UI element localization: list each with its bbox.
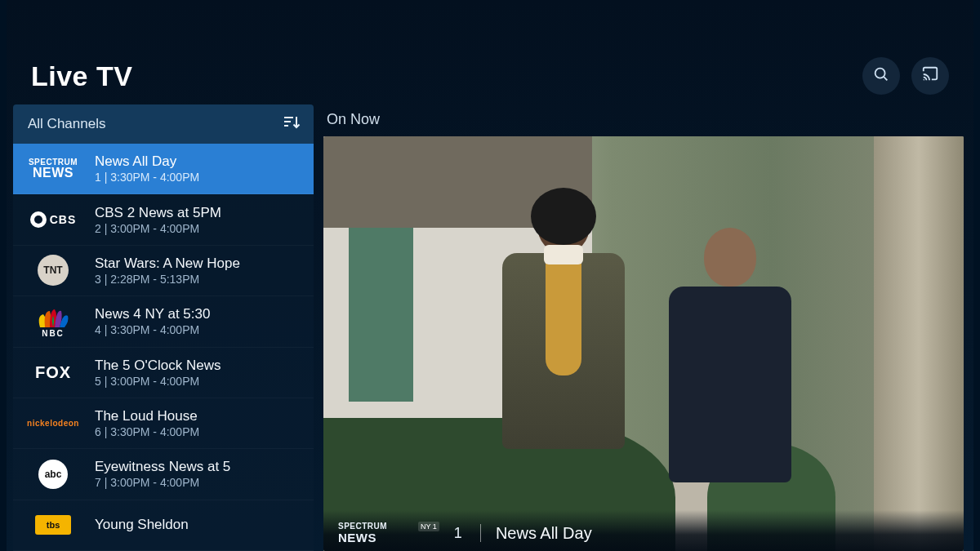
program-meta: 4 | 3:30PM - 4:00PM	[95, 323, 304, 336]
overlay-divider	[480, 524, 481, 542]
on-now-label: On Now	[323, 104, 964, 136]
logo-text: TNT	[38, 255, 69, 286]
channel-info: The 5 O'Clock News 5 | 3:00PM - 4:00PM	[95, 358, 304, 388]
svg-point-0	[875, 69, 885, 78]
channel-item-spectrum-news[interactable]: SPECTRUM NEWS News All Day 1 | 3:30PM - …	[13, 144, 314, 194]
video-player[interactable]: SPECTRUM NEWS NY 1 1 News All Day	[323, 136, 964, 551]
overlay-logo-text: SPECTRUM	[338, 522, 387, 531]
header-actions	[862, 57, 949, 95]
program-meta: 3 | 2:28PM - 5:13PM	[95, 273, 304, 286]
program-title: The 5 O'Clock News	[95, 358, 304, 374]
channel-item-cbs[interactable]: CBS CBS 2 News at 5PM 2 | 3:00PM - 4:00P…	[13, 194, 314, 245]
channel-item-tnt[interactable]: TNT Star Wars: A New Hope 3 | 2:28PM - 5…	[13, 246, 314, 296]
channel-info: The Loud House 6 | 3:30PM - 4:00PM	[95, 408, 304, 438]
channel-item-abc[interactable]: abc Eyewitness News at 5 7 | 3:00PM - 4:…	[13, 449, 314, 500]
cast-button[interactable]	[911, 57, 949, 95]
nbc-logo: NBC	[21, 304, 85, 339]
abc-logo: abc	[21, 457, 85, 491]
program-meta: 7 | 3:00PM - 4:00PM	[95, 476, 304, 489]
channel-info: CBS 2 News at 5PM 2 | 3:00PM - 4:00PM	[95, 205, 304, 235]
svg-point-2	[924, 79, 924, 80]
channel-item-nbc[interactable]: NBC News 4 NY at 5:30 4 | 3:30PM - 4:00P…	[13, 296, 314, 347]
program-meta: 5 | 3:00PM - 4:00PM	[95, 375, 304, 388]
nickelodeon-logo: nickelodeon	[21, 407, 85, 441]
program-title: Young Sheldon	[95, 517, 304, 533]
overlay-program-title: News All Day	[496, 524, 592, 543]
program-title: Eyewitness News at 5	[95, 459, 304, 475]
channel-item-tbs[interactable]: tbs Young Sheldon	[13, 500, 314, 551]
channel-item-fox[interactable]: FOX The 5 O'Clock News 5 | 3:00PM - 4:00…	[13, 348, 314, 398]
sort-icon	[281, 113, 301, 136]
nbc-peacock-icon	[35, 305, 71, 331]
overlay-region-badge: NY 1	[418, 522, 439, 531]
video-frame	[323, 136, 964, 551]
fox-logo: FOX	[21, 355, 85, 389]
program-title: The Loud House	[95, 408, 304, 424]
channel-info: News All Day 1 | 3:30PM - 4:00PM	[95, 153, 304, 184]
overlay-logo: SPECTRUM NEWS NY 1	[338, 522, 439, 544]
program-title: Star Wars: A New Hope	[95, 256, 304, 272]
channel-info: Eyewitness News at 5 7 | 3:00PM - 4:00PM	[95, 459, 304, 489]
channel-info: News 4 NY at 5:30 4 | 3:30PM - 4:00PM	[95, 306, 304, 336]
channel-info: Young Sheldon	[95, 517, 304, 534]
logo-text: CBS	[50, 214, 77, 225]
program-meta: 6 | 3:30PM - 4:00PM	[95, 425, 304, 438]
overlay-logo-text: NEWS	[338, 531, 376, 544]
app-root: Live TV All C	[7, 0, 973, 551]
logo-text: NEWS	[33, 167, 74, 180]
channel-sidebar: All Channels SPECTRUM NEWS	[13, 104, 314, 551]
header: Live TV	[7, 0, 973, 104]
main-panel: On Now	[314, 104, 973, 551]
cast-icon	[921, 65, 939, 87]
svg-line-1	[884, 77, 887, 80]
channel-filter[interactable]: All Channels	[13, 104, 314, 144]
logo-text: NBC	[42, 330, 65, 338]
program-title: CBS 2 News at 5PM	[95, 205, 304, 221]
program-meta: 1 | 3:30PM - 4:00PM	[95, 171, 304, 184]
spectrum-news-logo: SPECTRUM NEWS	[21, 152, 85, 186]
cbs-logo: CBS	[21, 202, 85, 237]
content: All Channels SPECTRUM NEWS	[7, 104, 973, 551]
channel-info: Star Wars: A New Hope 3 | 2:28PM - 5:13P…	[95, 256, 304, 286]
video-info-overlay: SPECTRUM NEWS NY 1 1 News All Day	[323, 510, 964, 551]
channel-item-nickelodeon[interactable]: nickelodeon The Loud House 6 | 3:30PM - …	[13, 398, 314, 449]
tbs-logo: tbs	[21, 508, 85, 542]
program-title: News All Day	[95, 153, 304, 170]
page-title: Live TV	[31, 60, 132, 92]
channel-list[interactable]: SPECTRUM NEWS News All Day 1 | 3:30PM - …	[13, 144, 314, 551]
search-icon	[872, 65, 890, 87]
cbs-eye-icon	[30, 211, 47, 228]
search-button[interactable]	[862, 57, 900, 95]
overlay-channel-number: 1	[454, 525, 466, 542]
program-meta: 2 | 3:00PM - 4:00PM	[95, 222, 304, 235]
filter-label: All Channels	[28, 116, 105, 132]
logo-text: tbs	[35, 515, 71, 535]
program-title: News 4 NY at 5:30	[95, 306, 304, 322]
tnt-logo: TNT	[21, 253, 85, 287]
logo-text: abc	[38, 460, 68, 489]
